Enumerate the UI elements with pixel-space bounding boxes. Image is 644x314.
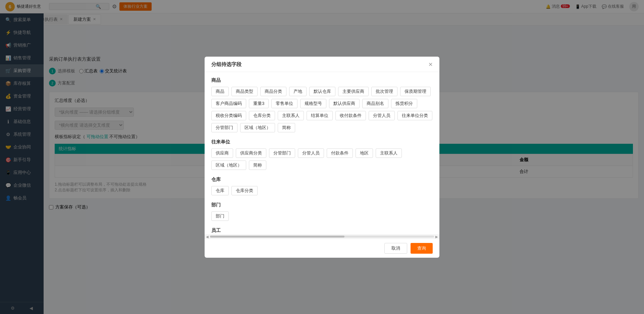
horizontal-scrollbar[interactable]: ◀ ▶ [205, 235, 439, 239]
field-tag-goods-type[interactable]: 商品类型 [231, 87, 258, 96]
modal-header: 分组待选字段 ✕ [205, 57, 439, 72]
field-tag-spec-model[interactable]: 规格型号 [300, 99, 326, 108]
confirm-button[interactable]: 查询 [411, 243, 433, 254]
section-department: 部门 部门 [211, 202, 433, 221]
field-tag-batch-mgmt[interactable]: 批次管理 [371, 87, 397, 96]
warehouse-tags: 仓库 仓库分类 [211, 186, 433, 195]
section-goods-title: 商品 [211, 77, 433, 83]
section-warehouse-title: 仓库 [211, 177, 433, 183]
field-tag-short-name[interactable]: 简称 [278, 123, 295, 132]
modal-close-btn[interactable]: ✕ [428, 61, 433, 68]
section-partner: 往来单位 供应商 供应商分类 分管部门 分管人员 付款条件 地区 主联系人 区域… [211, 139, 433, 170]
field-tag-default-warehouse[interactable]: 默认仓库 [309, 87, 335, 96]
field-tag-retail-unit[interactable]: 零售单位 [271, 99, 298, 108]
field-tag-goods[interactable]: 商品 [211, 87, 229, 96]
section-goods: 商品 商品 商品类型 商品分类 产地 默认仓库 主要供应商 批次管理 保质期管理… [211, 77, 433, 132]
field-tag-supervisor-person[interactable]: 分管人员 [298, 148, 324, 158]
field-tag-region[interactable]: 区域（地区） [240, 123, 275, 132]
field-tag-customer-code[interactable]: 客户商品编码 [211, 99, 246, 108]
section-employee-title: 员工 [211, 228, 433, 234]
partner-tags: 供应商 供应商分类 分管部门 分管人员 付款条件 地区 主联系人 区域（地区） … [211, 148, 433, 170]
field-tag-dept[interactable]: 分管部门 [211, 123, 237, 132]
field-tag-department[interactable]: 部门 [211, 211, 229, 221]
field-tag-supervisor[interactable]: 分管人员 [369, 111, 395, 120]
scroll-right-icon[interactable]: ▶ [435, 235, 438, 239]
scroll-track[interactable] [210, 236, 434, 238]
field-tag-weight[interactable]: 重量3 [249, 99, 269, 108]
goods-tags: 商品 商品类型 商品分类 产地 默认仓库 主要供应商 批次管理 保质期管理 客户… [211, 87, 433, 132]
field-tag-goods-category[interactable]: 商品分类 [260, 87, 286, 96]
field-tag-payment-terms[interactable]: 收付款条件 [335, 111, 366, 120]
section-dept-title: 部门 [211, 202, 433, 208]
field-tag-pick-points[interactable]: 拣货积分 [391, 99, 417, 108]
field-tag-settlement-unit[interactable]: 结算单位 [307, 111, 333, 120]
field-tag-origin[interactable]: 产地 [289, 87, 307, 96]
field-tag-warehouse[interactable]: 仓库 [211, 186, 229, 195]
field-tag-region2[interactable]: 区域（地区） [211, 161, 246, 170]
section-warehouse: 仓库 仓库 仓库分类 [211, 177, 433, 195]
modal-title: 分组待选字段 [211, 61, 241, 68]
cancel-button[interactable]: 取消 [384, 243, 407, 254]
modal-body[interactable]: 商品 商品 商品类型 商品分类 产地 默认仓库 主要供应商 批次管理 保质期管理… [205, 72, 439, 235]
field-tag-supplier-category[interactable]: 供应商分类 [236, 148, 266, 158]
scroll-thumb [210, 236, 344, 238]
scroll-left-icon[interactable]: ◀ [206, 235, 209, 239]
field-selection-modal: 分组待选字段 ✕ 商品 商品 商品类型 商品分类 产地 默认仓库 主要供应商 批… [205, 57, 439, 258]
field-tag-supplier[interactable]: 供应商 [211, 148, 233, 158]
field-tag-short-name2[interactable]: 简称 [249, 161, 266, 170]
field-tag-supervisor-dept[interactable]: 分管部门 [269, 148, 295, 158]
field-tag-goods-alias[interactable]: 商品别名 [362, 99, 388, 108]
field-tag-area[interactable]: 地区 [356, 148, 373, 158]
field-tag-tax-code[interactable]: 税收分类编码 [211, 111, 246, 120]
field-tag-payment-condition[interactable]: 付款条件 [327, 148, 353, 158]
modal-footer: 取消 查询 [205, 239, 439, 258]
field-tag-main-contact[interactable]: 主联系人 [278, 111, 304, 120]
field-tag-main-supplier[interactable]: 主要供应商 [338, 87, 369, 96]
field-tag-expiry-mgmt[interactable]: 保质期管理 [400, 87, 431, 96]
dept-tags: 部门 [211, 211, 433, 221]
section-employee: 员工 业务员 [211, 228, 433, 235]
field-tag-warehouse-category[interactable]: 仓库分类 [249, 111, 275, 120]
field-tag-default-supplier[interactable]: 默认供应商 [329, 99, 360, 108]
field-tag-warehouse-cat[interactable]: 仓库分类 [231, 186, 258, 195]
field-tag-partner-category[interactable]: 往来单位分类 [397, 111, 432, 120]
field-tag-main-contact2[interactable]: 主联系人 [376, 148, 402, 158]
section-partner-title: 往来单位 [211, 139, 433, 145]
